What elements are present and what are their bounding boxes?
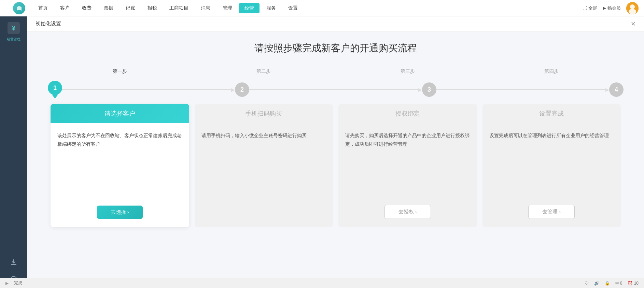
svg-point-1: [630, 4, 635, 9]
volume-icon: 🔊: [594, 281, 599, 286]
shield-icon: 🛡: [585, 281, 589, 286]
step-circle-1: 1: [48, 81, 62, 95]
connector-2: ▶: [249, 82, 422, 97]
member-icon: ▶: [603, 5, 606, 11]
logo-icon: [13, 2, 25, 14]
steps-nodes-row: 1▶2▶3▶4: [48, 81, 624, 99]
mail-icon: ✉ 0: [615, 281, 622, 286]
page-header: 初始化设置 ✕: [27, 16, 644, 31]
nav-item-工商项目[interactable]: 工商项目: [164, 3, 194, 13]
step-card-3: 授权绑定请先购买，购买后选择开通的产品中的企业用户进行授权绑定，成功后即可进行经…: [338, 104, 477, 227]
connector-1: ▶: [62, 82, 235, 97]
step-label-col-2: 第二步: [192, 68, 336, 78]
cards-row: 请选择客户该处展示的客户为不在回收站、客户状态正常建账后完成老板端绑定的所有客户…: [48, 104, 624, 227]
nav-item-服务[interactable]: 服务: [261, 3, 281, 13]
card-header-3: 授权绑定: [338, 104, 477, 123]
svg-point-2: [629, 9, 636, 14]
step-label-col-3: 第三步: [336, 68, 480, 78]
download-icon: [10, 259, 17, 266]
nav-item-管理[interactable]: 管理: [217, 3, 238, 13]
nav-item-首页[interactable]: 首页: [33, 3, 53, 13]
step-card-4: 设置完成设置完成后可以在管理列表进行所有企业用户的经营管理去管理 ›: [482, 104, 621, 227]
step-label-4: 第四步: [544, 68, 559, 75]
app-logo[interactable]: [5, 2, 33, 14]
steps-wrapper: 第一步第二步第三步第四步 1▶2▶3▶4 请选择客户该处展示的客户为不在回收站、…: [41, 68, 630, 227]
management-icon: ¥: [8, 22, 20, 34]
svg-rect-3: [11, 264, 16, 265]
nav-item-票据[interactable]: 票据: [98, 3, 119, 13]
close-button[interactable]: ✕: [631, 21, 636, 27]
member-button[interactable]: ▶ 畅会员: [603, 5, 621, 11]
step-node-4: 4: [609, 82, 624, 97]
nav-item-记账[interactable]: 记账: [120, 3, 141, 13]
clock-icon: ⏰ 10: [628, 281, 639, 286]
card-body-4: 设置完成后可以在管理列表进行所有企业用户的经营管理: [482, 123, 621, 199]
main-area: 初始化设置 ✕ 请按照步骤完成新客户的开通购买流程 第一步第二步第三步第四步 1…: [27, 16, 644, 278]
card-body-1: 该处展示的客户为不在回收站、客户状态正常建账后完成老板端绑定的所有客户: [51, 123, 189, 200]
card-button-4[interactable]: 去管理 ›: [528, 205, 575, 219]
step-circle-4: 4: [609, 82, 624, 97]
nav-menu: 首页客户收费票据记账报税工商项目消息管理经营服务设置: [33, 3, 583, 13]
card-footer-3: 去授权 ›: [338, 199, 477, 227]
status-text: 完成: [14, 280, 22, 286]
card-body-3: 请先购买，购买后选择开通的产品中的企业用户进行授权绑定，成功后即可进行经营管理: [338, 123, 477, 199]
step-label-2: 第二步: [256, 68, 271, 75]
card-footer-2: [195, 213, 333, 227]
card-button-1[interactable]: 去选择 ›: [97, 206, 143, 219]
card-footer-4: 去管理 ›: [482, 199, 621, 227]
steps-labels-row: 第一步第二步第三步第四步: [48, 68, 624, 78]
main-content: 请按照步骤完成新客户的开通购买流程 第一步第二步第三步第四步 1▶2▶3▶4 请…: [27, 31, 644, 237]
card-footer-1: 去选择 ›: [51, 200, 189, 227]
nav-item-设置[interactable]: 设置: [283, 3, 303, 13]
card-button-3[interactable]: 去授权 ›: [384, 205, 431, 219]
card-header-4: 设置完成: [482, 104, 621, 123]
page-title: 初始化设置: [36, 21, 61, 27]
card-body-2: 请用手机扫码，输入小微企业主账号密码进行购买: [195, 123, 333, 213]
step-circle-3: 3: [422, 82, 436, 97]
step-node-1: 1: [48, 81, 62, 99]
fullscreen-icon: ⛶: [583, 5, 587, 11]
step-label-col-1: 第一步: [48, 68, 192, 78]
avatar[interactable]: [626, 2, 639, 14]
step-node-3: 3: [422, 82, 436, 97]
nav-item-收费[interactable]: 收费: [76, 3, 97, 13]
nav-item-消息[interactable]: 消息: [195, 3, 216, 13]
card-header-2: 手机扫码购买: [195, 104, 333, 123]
top-navigation: 首页客户收费票据记账报税工商项目消息管理经营服务设置 ⛶ 全屏 ▶ 畅会员: [0, 0, 644, 16]
step-node-2: 2: [235, 82, 249, 97]
step-card-2: 手机扫码购买请用手机扫码，输入小微企业主账号密码进行购买: [195, 104, 333, 227]
lock-icon: 🔒: [605, 281, 610, 286]
step-circle-2: 2: [235, 82, 249, 97]
step-label-3: 第三步: [401, 68, 415, 75]
download-button[interactable]: [0, 254, 27, 271]
sidebar: ¥ 经营管理 ?: [0, 0, 27, 288]
step-label-col-4: 第四步: [480, 68, 624, 78]
step-card-1: 请选择客户该处展示的客户为不在回收站、客户状态正常建账后完成老板端绑定的所有客户…: [51, 104, 189, 227]
status-right: 🛡 🔊 🔒 ✉ 0 ⏰ 10: [585, 281, 639, 286]
main-title: 请按照步骤完成新客户的开通购买流程: [41, 42, 630, 55]
step-label-1: 第一步: [113, 68, 127, 75]
nav-item-经营[interactable]: 经营: [239, 3, 260, 13]
nav-item-报税[interactable]: 报税: [142, 3, 163, 13]
sidebar-item-management[interactable]: ¥ 经营管理: [0, 16, 27, 47]
nav-item-客户[interactable]: 客户: [55, 3, 75, 13]
fullscreen-button[interactable]: ⛶ 全屏: [583, 5, 597, 11]
play-icon: ▶: [5, 281, 9, 286]
nav-right: ⛶ 全屏 ▶ 畅会员: [583, 2, 639, 14]
status-bar: ▶ 完成 🛡 🔊 🔒 ✉ 0 ⏰ 10: [0, 278, 644, 288]
connector-3: ▶: [436, 82, 609, 97]
card-header-1: 请选择客户: [51, 104, 189, 123]
